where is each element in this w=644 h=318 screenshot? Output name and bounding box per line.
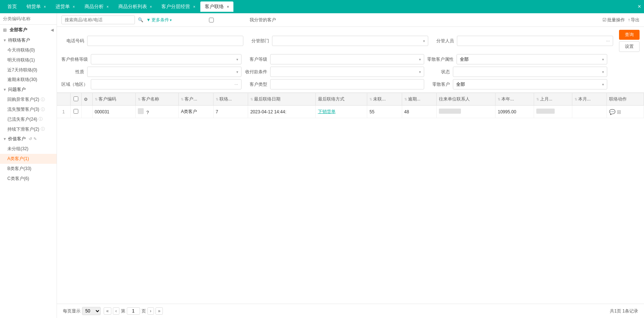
page-input[interactable] <box>127 307 140 315</box>
batch-op-btn[interactable]: ☑ 批量操作 <box>602 17 625 23</box>
customer-type-input[interactable] <box>270 79 425 89</box>
nav-home[interactable]: 首页 <box>3 1 21 12</box>
sidebar-ungrouped[interactable]: 未分组(32) <box>0 144 57 154</box>
price-level-dropdown[interactable]: ▾ <box>91 54 242 64</box>
dropdown-arrow: ▾ <box>170 18 172 22</box>
status-dropdown[interactable]: ▾ <box>453 67 607 77</box>
sidebar-overdue-contact[interactable]: 逾期未联络(30) <box>0 75 57 85</box>
close-customer-contact[interactable]: × <box>227 5 229 9</box>
col-checkbox-header[interactable] <box>70 93 81 106</box>
more-filters-btn[interactable]: ▼ 更多条件 ▾ <box>146 17 172 23</box>
sidebar-c-class[interactable]: C类客户(6) <box>0 174 57 184</box>
my-customers-check[interactable] <box>175 18 248 22</box>
cell-code[interactable]: 000031 <box>92 106 135 118</box>
sidebar-problem-customers-header[interactable]: ▼ 问题客户 <box>0 85 57 95</box>
contact-icon[interactable]: 💬 <box>609 109 615 115</box>
retail-customer-dropdown[interactable]: 全部 ▾ <box>453 79 607 89</box>
close-goods-analysis-list[interactable]: × <box>150 5 152 9</box>
nav-goods-analysis[interactable]: 商品分析 × <box>80 1 113 12</box>
payment-label: 收付款条件 <box>244 69 270 75</box>
cell-index: 1 <box>57 106 70 118</box>
col-type-header[interactable]: ⇅ 客户... <box>179 93 213 106</box>
export-icon: ↑ <box>628 17 630 22</box>
search-input[interactable] <box>61 15 135 24</box>
customer-level-arrow: ▾ <box>419 57 421 61</box>
search-icon[interactable]: 🔍 <box>138 17 143 22</box>
nav-purchase[interactable]: 进货单 × <box>51 1 79 12</box>
col-code-header[interactable]: ⇅ 客户编码 <box>92 93 135 106</box>
close-sales[interactable]: × <box>44 5 46 9</box>
close-window-icon[interactable]: × <box>638 3 641 10</box>
col-name-header[interactable]: ⇅ 客户名称 <box>135 93 178 106</box>
close-customer-segment[interactable]: × <box>193 5 195 9</box>
region-input[interactable]: ··· <box>91 79 242 89</box>
dept-dropdown[interactable]: ▾ <box>272 36 428 46</box>
nav-sales[interactable]: 销货单 × <box>22 1 50 12</box>
prev-page-btn[interactable]: ‹ <box>113 307 119 315</box>
cell-checkbox[interactable] <box>70 106 81 118</box>
last-page-btn[interactable]: » <box>155 307 163 315</box>
sidebar-7days-pending[interactable]: 近7天待联络(0) <box>0 65 57 75</box>
payment-dropdown[interactable]: ▾ <box>270 67 425 77</box>
page-size-select[interactable]: 50 100 200 <box>82 307 101 315</box>
col-last-month-header[interactable]: ⇅ 上月... <box>534 93 572 106</box>
sidebar-pending-contact-header[interactable]: ▼ 待联络客户 <box>0 35 57 45</box>
refresh-icon[interactable]: ↺ <box>29 137 32 141</box>
select-all-checkbox[interactable] <box>74 96 78 101</box>
sidebar-all-customers[interactable]: ⊞ 全部客户 ◀ <box>0 25 57 35</box>
nav-customer-segment[interactable]: 客户分层经营 × <box>157 1 200 12</box>
phone-input[interactable] <box>87 36 243 46</box>
sidebar-churn-warning[interactable]: 流失预警客户(3) ⓘ <box>0 105 57 114</box>
my-customers-checkbox[interactable]: 我分管的客户 <box>175 17 276 23</box>
export-btn[interactable]: ↑ 导出 <box>628 17 640 23</box>
col-last-contact-method-header[interactable]: 最后联络方式 <box>315 93 367 106</box>
col-not-contacted-header[interactable]: ⇅ 未联... <box>367 93 402 106</box>
more-action-icon[interactable]: ⊞ <box>617 109 621 115</box>
customer-level-dropdown[interactable]: ▾ <box>270 54 425 64</box>
sort-icon-nc: ⇅ <box>369 98 372 101</box>
query-button[interactable]: 查询 <box>619 30 640 40</box>
sidebar-tomorrow-pending[interactable]: 明天待联络(1) <box>0 55 57 65</box>
nav-customer-contact[interactable]: 客户联络 × <box>200 1 233 12</box>
col-contact-header[interactable]: ⇅ 联络... <box>213 93 248 106</box>
sidebar-search-input[interactable] <box>3 16 57 21</box>
filter-nature: 性质 ▾ <box>61 67 242 77</box>
manager-label: 分管人员 <box>431 38 457 44</box>
col-action-header: 联络动作 <box>607 93 644 106</box>
settings-icon[interactable]: ⚙ <box>84 97 88 102</box>
sidebar-churned[interactable]: 已流失客户(24) ⓘ <box>0 114 57 124</box>
retail-attr-dropdown[interactable]: 全部 ▾ <box>457 54 607 64</box>
col-last-contact-date-header[interactable]: ⇅ 最后联络日期 <box>248 93 315 106</box>
manager-input[interactable]: ··· <box>457 36 613 46</box>
cell-unit-contact <box>436 106 495 118</box>
edit-icon[interactable]: ✎ <box>33 137 37 141</box>
col-settings-header[interactable]: ⚙ <box>81 93 92 106</box>
filter-dept: 分管部门 ▾ <box>246 36 428 46</box>
next-page-btn[interactable]: › <box>147 307 154 315</box>
row-checkbox[interactable] <box>74 109 78 114</box>
nature-dropdown[interactable]: ▾ <box>87 67 242 77</box>
sidebar-today-pending[interactable]: 今天待联络(0) <box>0 45 57 55</box>
col-unit-contact-header[interactable]: 往来单位联系人 <box>436 93 495 106</box>
cell-name[interactable]: ? <box>135 106 178 118</box>
close-goods-analysis[interactable]: × <box>107 5 109 9</box>
sidebar-b-class[interactable]: B类客户(33) <box>0 164 57 174</box>
sidebar-value-customers-header[interactable]: ▼ 价值客户 ↺ ✎ <box>0 134 57 144</box>
filter-icon: ▼ <box>146 17 151 22</box>
sidebar-declining[interactable]: 持续下滑客户(2) ⓘ <box>0 124 57 134</box>
close-purchase[interactable]: × <box>73 5 75 9</box>
status-arrow: ▾ <box>602 70 604 74</box>
col-overdue-header[interactable]: ⇅ 逾期... <box>402 93 436 106</box>
price-level-label: 客户价格等级 <box>61 56 91 63</box>
cell-this-year: 10995.00 <box>495 106 534 118</box>
settings-button[interactable]: 设置 <box>619 41 640 52</box>
col-this-month-header[interactable]: ⇅ 本月... <box>572 93 607 106</box>
first-page-btn[interactable]: « <box>104 307 111 315</box>
nav-goods-analysis-list[interactable]: 商品分析列表 × <box>114 1 157 12</box>
sidebar-repurchase-abnormal[interactable]: 回购异常客户(2) ⓘ <box>0 95 57 105</box>
sidebar-a-class[interactable]: A类客户(1) <box>0 154 57 164</box>
cell-last-contact-method[interactable]: 下销货单 <box>315 106 367 118</box>
col-this-year-header[interactable]: ⇅ 本年... <box>495 93 534 106</box>
sidebar: 🔍 ⊞ 全部客户 ◀ ▼ 待联络客户 今天待联络(0) 明天待联络(1) 近7天… <box>0 13 57 318</box>
filter-phone: 电话号码 <box>61 36 243 46</box>
